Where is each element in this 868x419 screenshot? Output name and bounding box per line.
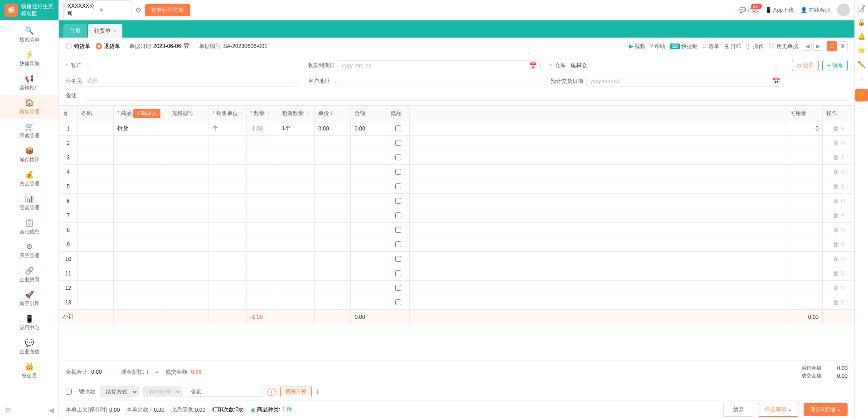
fee-split-button[interactable]: 费用分摊: [280, 386, 312, 397]
row-price-9[interactable]: [315, 252, 351, 266]
sidebar-item-guide[interactable]: 🚀 新手引导: [0, 287, 58, 311]
row-delete-icon-11[interactable]: 🗑: [833, 284, 839, 291]
row-amount-11[interactable]: [351, 281, 387, 295]
row-qty-10[interactable]: [247, 266, 278, 281]
row-gift-4[interactable]: [387, 179, 410, 194]
sidebar-item-shortcut[interactable]: ⚡ 快捷导航: [0, 47, 58, 71]
row-amount-10[interactable]: [351, 266, 387, 281]
message-button[interactable]: 💬 消息 99+: [739, 6, 758, 14]
row-amount-7[interactable]: [351, 223, 387, 237]
row-goods-1[interactable]: [114, 136, 168, 150]
rs-favorite-icon[interactable]: ☆: [858, 75, 864, 82]
sidebar-item-inventory[interactable]: 📦 库存核算: [0, 143, 58, 167]
header-settings-icon[interactable]: ⚙: [135, 6, 141, 14]
row-copy-icon-4[interactable]: ⎘: [841, 183, 844, 190]
row-spec-4[interactable]: [168, 179, 209, 194]
sidebar-item-sales[interactable]: 🏠 销售管理: [0, 95, 58, 119]
row-copy-icon-10[interactable]: ⎘: [841, 270, 844, 277]
row-price-3[interactable]: [315, 165, 351, 179]
row-barcode-11[interactable]: [78, 281, 114, 295]
tab-home[interactable]: 首页: [63, 24, 87, 38]
row-spec-5[interactable]: [168, 194, 209, 208]
payment-date-input[interactable]: yyyy-mm-dd 📅: [338, 60, 541, 71]
one-click-checkbox[interactable]: [66, 389, 72, 395]
discard-button[interactable]: 放弃: [723, 403, 753, 417]
row-unit-8[interactable]: [209, 237, 247, 252]
calendar-icon[interactable]: 📅: [183, 43, 190, 49]
row-copy-icon-3[interactable]: ⎘: [841, 169, 844, 175]
video-btn[interactable]: ▶ 视频: [629, 43, 645, 50]
print-btn[interactable]: 🖨 打印: [724, 43, 742, 50]
row-gift-5[interactable]: [387, 194, 410, 208]
row-qty-0[interactable]: -1.00: [247, 121, 278, 136]
row-copy-icon-6[interactable]: ⎘: [841, 212, 844, 219]
row-qty-4[interactable]: [247, 179, 278, 194]
add-payment-btn[interactable]: +: [267, 388, 276, 396]
row-barcode-5[interactable]: [78, 194, 114, 208]
row-qty-12[interactable]: [247, 295, 278, 310]
row-unit-2[interactable]: [209, 150, 247, 165]
row-barcode-3[interactable]: [78, 165, 114, 179]
row-qty-7[interactable]: [247, 223, 278, 237]
row-price-6[interactable]: [315, 208, 351, 223]
row-copy-icon-0[interactable]: ⎘: [841, 125, 844, 132]
row-delete-icon-1[interactable]: 🗑: [833, 140, 839, 146]
customer-addr-input[interactable]: ...: [333, 77, 542, 86]
row-pack-4[interactable]: [278, 179, 315, 194]
row-gift-11[interactable]: [387, 281, 410, 295]
row-spec-9[interactable]: [168, 252, 209, 266]
sidebar-item-wechat[interactable]: 💬 企业微信: [0, 335, 58, 359]
row-qty-6[interactable]: [247, 208, 278, 223]
scan-button[interactable]: 扫码录入: [133, 109, 160, 118]
sidebar-item-enterprise[interactable]: 🔗 企业协同: [0, 263, 58, 287]
row-price-12[interactable]: [315, 295, 351, 310]
row-goods-10[interactable]: [114, 266, 168, 281]
row-unit-10[interactable]: [209, 266, 247, 281]
row-price-11[interactable]: [315, 281, 351, 295]
list-view-icon[interactable]: ☰: [827, 41, 837, 51]
row-barcode-2[interactable]: [78, 150, 114, 165]
row-gift-9[interactable]: [387, 252, 410, 266]
row-unit-0[interactable]: 个: [209, 121, 247, 136]
row-qty-8[interactable]: [247, 237, 278, 252]
row-goods-4[interactable]: [114, 179, 168, 194]
rs-orange-icon[interactable]: 🧡: [855, 89, 868, 101]
row-goods-5[interactable]: [114, 194, 168, 208]
row-copy-icon-12[interactable]: ⎘: [841, 299, 844, 306]
row-pack-9[interactable]: [278, 252, 315, 266]
row-price-7[interactable]: [315, 223, 351, 237]
row-pack-10[interactable]: [278, 266, 315, 281]
row-qty-9[interactable]: [247, 252, 278, 266]
row-amount-2[interactable]: [351, 150, 387, 165]
row-copy-icon-11[interactable]: ⎘: [841, 284, 844, 291]
row-pack-1[interactable]: [278, 136, 315, 150]
discount-info[interactable]: ℹ: [146, 369, 149, 375]
row-amount-8[interactable]: [351, 237, 387, 252]
row-barcode-4[interactable]: [78, 179, 114, 194]
sidebar-item-marketing[interactable]: 📢 营销推广: [0, 71, 58, 95]
row-price-8[interactable]: [315, 237, 351, 252]
row-gift-1[interactable]: [387, 136, 410, 150]
trial-button[interactable]: 体验行业方案: [145, 4, 190, 16]
row-copy-icon-7[interactable]: ⎘: [841, 226, 844, 233]
expected-date-input[interactable]: yyyy-mm-dd 📅: [586, 76, 784, 87]
save-new-button[interactable]: 保存&新增 ▲: [804, 403, 848, 416]
row-amount-6[interactable]: [351, 208, 387, 223]
row-delete-icon-12[interactable]: 🗑: [833, 299, 839, 306]
row-barcode-9[interactable]: [78, 252, 114, 266]
row-spec-1[interactable]: [168, 136, 209, 150]
notes-input[interactable]: [86, 91, 848, 101]
row-amount-5[interactable]: [351, 194, 387, 208]
shortcut-btn[interactable]: ⌨ 快捷键: [670, 43, 698, 50]
row-gift-7[interactable]: [387, 223, 410, 237]
row-delete-icon-8[interactable]: 🗑: [833, 241, 839, 248]
setup-button[interactable]: ⊙ 设置: [792, 60, 819, 71]
row-delete-icon-7[interactable]: 🗑: [833, 226, 839, 233]
online-service-button[interactable]: 👤 在线客服: [800, 6, 830, 14]
row-gift-12[interactable]: [387, 295, 410, 310]
row-spec-8[interactable]: [168, 237, 209, 252]
row-copy-icon-5[interactable]: ⎘: [841, 197, 844, 204]
sidebar-settings-icon[interactable]: ⚙: [5, 406, 11, 414]
sidebar-collapse-icon[interactable]: ◀: [48, 406, 54, 414]
tab-sales-order[interactable]: 销货单 ×: [88, 24, 122, 38]
